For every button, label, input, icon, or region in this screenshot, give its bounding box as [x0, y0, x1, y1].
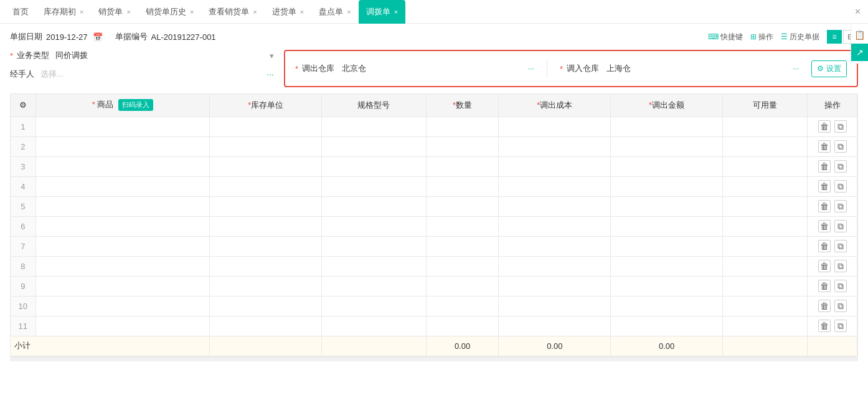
- warehouse-in-more-icon[interactable]: ···: [793, 64, 799, 73]
- cell-product-11[interactable]: [35, 316, 210, 336]
- cell-amount-10[interactable]: [611, 296, 723, 316]
- cell-qty-2[interactable]: [426, 136, 499, 156]
- th-settings[interactable]: ⚙: [11, 94, 35, 117]
- cell-unit-1[interactable]: [210, 117, 322, 136]
- copy-row-3[interactable]: ⧉: [834, 160, 847, 173]
- copy-row-8[interactable]: ⧉: [834, 260, 847, 272]
- cell-cost-6[interactable]: [499, 216, 611, 236]
- window-close-button[interactable]: ×: [855, 6, 861, 17]
- cell-unit-11[interactable]: [210, 316, 322, 336]
- delete-row-8[interactable]: 🗑: [818, 260, 831, 272]
- cell-amount-1[interactable]: [611, 117, 723, 136]
- cell-available-8[interactable]: [722, 256, 807, 276]
- cell-product-2[interactable]: [35, 136, 210, 156]
- cell-qty-7[interactable]: [426, 236, 499, 256]
- copy-row-4[interactable]: ⧉: [834, 180, 847, 193]
- tab-close-sales-history[interactable]: ×: [190, 8, 194, 16]
- cell-amount-9[interactable]: [611, 276, 723, 296]
- copy-row-9[interactable]: ⧉: [834, 280, 847, 292]
- cell-product-3[interactable]: [35, 156, 210, 176]
- cell-spec-6[interactable]: [322, 216, 427, 236]
- warehouse-out-more-icon[interactable]: ···: [528, 64, 534, 73]
- calendar-icon[interactable]: 📅: [93, 32, 103, 42]
- cell-unit-2[interactable]: [210, 136, 322, 156]
- copy-row-6[interactable]: ⧉: [834, 220, 847, 232]
- cell-spec-4[interactable]: [322, 176, 427, 196]
- copy-row-2[interactable]: ⧉: [834, 140, 847, 153]
- delete-row-1[interactable]: 🗑: [818, 120, 831, 133]
- tab-inventory-init[interactable]: 库存期初 ×: [36, 0, 91, 24]
- cell-qty-4[interactable]: [426, 176, 499, 196]
- cell-unit-8[interactable]: [210, 256, 322, 276]
- cell-product-4[interactable]: [35, 176, 210, 196]
- cell-unit-10[interactable]: [210, 296, 322, 316]
- cell-qty-1[interactable]: [426, 117, 499, 136]
- cell-product-8[interactable]: [35, 256, 210, 276]
- cell-cost-3[interactable]: [499, 156, 611, 176]
- tab-close-inventory-count[interactable]: ×: [347, 8, 351, 16]
- tab-close-view-sales[interactable]: ×: [253, 8, 257, 16]
- cell-unit-9[interactable]: [210, 276, 322, 296]
- tab-sales-order[interactable]: 销货单 ×: [91, 0, 138, 24]
- cell-amount-8[interactable]: [611, 256, 723, 276]
- delete-row-6[interactable]: 🗑: [818, 220, 831, 232]
- cell-cost-8[interactable]: [499, 256, 611, 276]
- cell-available-3[interactable]: [722, 156, 807, 176]
- copy-row-10[interactable]: ⧉: [834, 300, 847, 312]
- cell-qty-6[interactable]: [426, 216, 499, 236]
- cell-spec-10[interactable]: [322, 296, 427, 316]
- copy-row-7[interactable]: ⧉: [834, 240, 847, 252]
- tab-close-transfer-order[interactable]: ×: [394, 8, 398, 16]
- cell-available-1[interactable]: [722, 117, 807, 136]
- cell-cost-9[interactable]: [499, 276, 611, 296]
- cell-spec-2[interactable]: [322, 136, 427, 156]
- cell-cost-10[interactable]: [499, 296, 611, 316]
- cell-amount-2[interactable]: [611, 136, 723, 156]
- cell-qty-11[interactable]: [426, 316, 499, 336]
- cell-product-5[interactable]: [35, 196, 210, 216]
- tab-view-sales[interactable]: 查看销货单 ×: [201, 0, 264, 24]
- cell-unit-4[interactable]: [210, 176, 322, 196]
- cell-qty-3[interactable]: [426, 156, 499, 176]
- handler-more-icon[interactable]: ···: [267, 69, 274, 79]
- cell-amount-7[interactable]: [611, 236, 723, 256]
- shortcut-button[interactable]: ⌨ 快捷键: [708, 32, 743, 42]
- cell-spec-5[interactable]: [322, 196, 427, 216]
- copy-row-5[interactable]: ⧉: [834, 200, 847, 212]
- cell-spec-8[interactable]: [322, 256, 427, 276]
- history-button[interactable]: ☰ 历史单据: [781, 32, 819, 42]
- tab-home[interactable]: 首页: [5, 0, 36, 24]
- operations-button[interactable]: ⊞ 操作: [750, 32, 773, 42]
- cell-product-9[interactable]: [35, 276, 210, 296]
- sidebar-export-icon[interactable]: ↗: [851, 44, 869, 61]
- cell-spec-1[interactable]: [322, 117, 427, 136]
- handler-value[interactable]: 选择...: [38, 69, 263, 80]
- cell-amount-11[interactable]: [611, 316, 723, 336]
- cell-available-2[interactable]: [722, 136, 807, 156]
- cell-spec-7[interactable]: [322, 236, 427, 256]
- sidebar-notes-icon[interactable]: 📋: [851, 26, 869, 44]
- cell-available-10[interactable]: [722, 296, 807, 316]
- tab-close-sales-order[interactable]: ×: [126, 8, 130, 16]
- cell-amount-3[interactable]: [611, 156, 723, 176]
- cell-available-9[interactable]: [722, 276, 807, 296]
- delete-row-10[interactable]: 🗑: [818, 300, 831, 312]
- cell-cost-5[interactable]: [499, 196, 611, 216]
- cell-product-1[interactable]: [35, 117, 210, 136]
- cell-amount-6[interactable]: [611, 216, 723, 236]
- cell-unit-6[interactable]: [210, 216, 322, 236]
- cell-unit-5[interactable]: [210, 196, 322, 216]
- cell-unit-7[interactable]: [210, 236, 322, 256]
- tab-sales-history[interactable]: 销货单历史 ×: [138, 0, 201, 24]
- tab-close-purchase-order[interactable]: ×: [300, 8, 304, 16]
- delete-row-4[interactable]: 🗑: [818, 180, 831, 193]
- cell-qty-9[interactable]: [426, 276, 499, 296]
- delete-row-9[interactable]: 🗑: [818, 280, 831, 292]
- cell-qty-8[interactable]: [426, 256, 499, 276]
- cell-available-11[interactable]: [722, 316, 807, 336]
- cell-available-7[interactable]: [722, 236, 807, 256]
- horizontal-scrollbar[interactable]: [10, 356, 858, 361]
- tab-purchase-order[interactable]: 进货单 ×: [265, 0, 311, 24]
- delete-row-11[interactable]: 🗑: [818, 320, 831, 332]
- cell-cost-2[interactable]: [499, 136, 611, 156]
